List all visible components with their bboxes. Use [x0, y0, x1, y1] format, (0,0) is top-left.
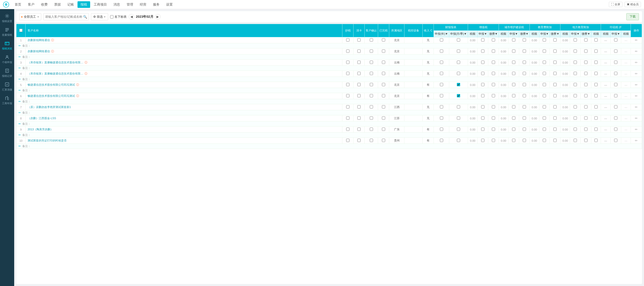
- clear-card-checkbox[interactable]: [357, 116, 361, 120]
- edu-report-cell[interactable]: [539, 93, 550, 99]
- urban-pay-checkbox[interactable]: [523, 49, 526, 53]
- copy-tax-checkbox[interactable]: [346, 83, 349, 86]
- confirm-cell[interactable]: [365, 138, 378, 144]
- select-all-checkbox[interactable]: [19, 29, 23, 32]
- operation-cell[interactable]: ✏: [631, 127, 642, 133]
- vat-pay-cell[interactable]: [488, 37, 499, 43]
- edu-pay-checkbox[interactable]: [553, 83, 557, 86]
- edit-button[interactable]: ✏: [635, 105, 638, 109]
- vat-report-cell[interactable]: [477, 82, 488, 88]
- clear-card-checkbox[interactable]: [357, 61, 361, 64]
- copy-tax-cell[interactable]: [342, 37, 354, 43]
- vat-pay-cell[interactable]: [488, 71, 499, 77]
- vat-pay-cell[interactable]: [488, 127, 499, 133]
- month-report-cell[interactable]: [449, 138, 468, 144]
- copy-tax-cell[interactable]: [342, 115, 354, 121]
- nav-commerce[interactable]: 工商项目: [91, 1, 110, 8]
- confirm-checkbox[interactable]: [370, 83, 373, 86]
- year-report-cell[interactable]: [434, 48, 449, 55]
- clear-card-checkbox[interactable]: [357, 139, 361, 142]
- urban-report-cell[interactable]: [508, 60, 519, 66]
- operation-cell[interactable]: ✏: [631, 138, 642, 144]
- edu-pay-checkbox[interactable]: [553, 72, 557, 75]
- nav-billing[interactable]: 收费: [38, 1, 51, 8]
- urban-pay-cell[interactable]: [519, 138, 530, 144]
- copy-tax-checkbox[interactable]: [346, 38, 349, 42]
- local-extra-checkbox[interactable]: [594, 139, 598, 142]
- urban-report-checkbox[interactable]: [512, 139, 515, 142]
- year-report-cell[interactable]: [434, 93, 449, 99]
- edu-pay-cell[interactable]: [550, 48, 560, 55]
- local-pay-checkbox[interactable]: [584, 128, 588, 131]
- nav-service[interactable]: 服务: [150, 1, 163, 8]
- confirm-checkbox[interactable]: [370, 72, 373, 75]
- confirm-checkbox[interactable]: [370, 61, 373, 64]
- copy-tax-checkbox[interactable]: [346, 72, 349, 75]
- local-extra-checkbox[interactable]: [594, 116, 598, 120]
- urban-pay-cell[interactable]: [519, 37, 530, 43]
- edu-report-checkbox[interactable]: [543, 105, 546, 109]
- client-name-link[interactable]: 勿删新锐网络通信: [28, 50, 50, 53]
- vat-report-checkbox[interactable]: [481, 116, 484, 120]
- edit-button[interactable]: ✏: [635, 139, 638, 142]
- month-report-checkbox[interactable]: [457, 116, 460, 120]
- paid-checkbox[interactable]: [382, 105, 385, 109]
- confirm-checkbox[interactable]: [370, 94, 373, 97]
- local-report-cell[interactable]: [570, 104, 581, 110]
- confirm-cell[interactable]: [365, 93, 378, 99]
- year-report-checkbox[interactable]: [440, 94, 443, 97]
- vat-report-cell[interactable]: [477, 60, 488, 66]
- edu-pay-cell[interactable]: [550, 37, 560, 43]
- stamp-report-checkbox[interactable]: [614, 38, 617, 42]
- stamp-report-checkbox[interactable]: [614, 128, 617, 131]
- month-report-cell[interactable]: [449, 127, 468, 133]
- year-report-checkbox[interactable]: [440, 38, 443, 42]
- client-name-link[interactable]: （原）误删勿改李艳芽测试斯套新1: [28, 105, 71, 109]
- paid-cell[interactable]: [378, 71, 389, 77]
- local-extra-cell[interactable]: [591, 138, 601, 144]
- local-report-checkbox[interactable]: [574, 105, 577, 109]
- vat-report-cell[interactable]: [477, 93, 488, 99]
- clear-card-cell[interactable]: [354, 37, 365, 43]
- confirm-cell[interactable]: [365, 115, 378, 121]
- edu-report-checkbox[interactable]: [543, 49, 546, 53]
- local-extra-cell[interactable]: [591, 127, 601, 133]
- paid-cell[interactable]: [378, 115, 389, 121]
- paid-cell[interactable]: [378, 48, 389, 55]
- clear-card-checkbox[interactable]: [357, 94, 361, 97]
- nav-manage[interactable]: 管理: [124, 1, 136, 8]
- local-pay-cell[interactable]: [581, 82, 591, 88]
- paid-checkbox[interactable]: [382, 49, 385, 53]
- edit-button[interactable]: ✏: [635, 83, 638, 87]
- edu-report-cell[interactable]: [539, 71, 550, 77]
- confirm-checkbox[interactable]: [370, 105, 373, 109]
- edu-pay-cell[interactable]: [550, 60, 560, 66]
- stamp-report-cell[interactable]: [611, 104, 621, 110]
- vat-report-checkbox[interactable]: [481, 128, 484, 131]
- copy-tax-cell[interactable]: [342, 104, 354, 110]
- local-extra-cell[interactable]: [591, 37, 601, 43]
- operation-cell[interactable]: ✏: [631, 115, 642, 121]
- local-report-checkbox[interactable]: [574, 61, 577, 64]
- th-month-report[interactable]: 申报(月/季)▼: [449, 31, 468, 37]
- local-report-cell[interactable]: [570, 93, 581, 99]
- edu-report-cell[interactable]: [539, 115, 550, 121]
- edu-pay-checkbox[interactable]: [553, 38, 557, 42]
- local-report-checkbox[interactable]: [574, 49, 577, 53]
- operation-cell[interactable]: ✏: [631, 48, 642, 55]
- local-extra-checkbox[interactable]: [594, 128, 598, 131]
- urban-pay-checkbox[interactable]: [523, 116, 526, 120]
- sidebar-item-tax-settings[interactable]: 报税设置: [0, 11, 14, 25]
- vat-report-cell[interactable]: [477, 71, 488, 77]
- employee-filter-select[interactable]: ● 全部员工 ▼: [19, 13, 41, 20]
- vat-report-cell[interactable]: [477, 127, 488, 133]
- prev-month-button[interactable]: ◀: [129, 14, 134, 20]
- clear-card-cell[interactable]: [354, 127, 365, 133]
- urban-report-cell[interactable]: [508, 82, 519, 88]
- year-report-cell[interactable]: [434, 60, 449, 66]
- edu-pay-checkbox[interactable]: [553, 49, 557, 53]
- operation-cell[interactable]: ✏: [631, 37, 642, 43]
- edu-pay-checkbox[interactable]: [553, 128, 557, 131]
- copy-tax-checkbox[interactable]: [346, 128, 349, 131]
- tax-table-container[interactable]: 客户名称 抄税 清卡 客户确认 已完税 所属地区 税控设备 收入 C 财报报表 …: [16, 24, 642, 284]
